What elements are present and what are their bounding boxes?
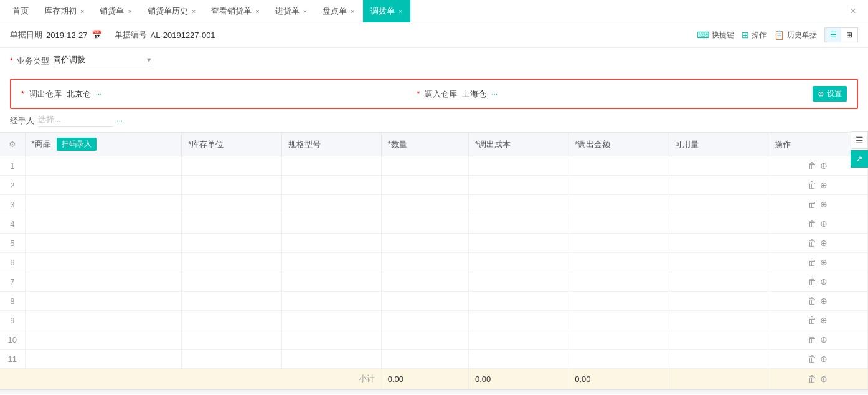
row-amount[interactable] <box>568 156 668 176</box>
subtotal-copy-icon[interactable]: ⊕ <box>820 374 828 384</box>
row-cost[interactable] <box>468 214 568 234</box>
row-amount[interactable] <box>568 234 668 253</box>
row-product[interactable] <box>25 350 182 369</box>
tab-purchase[interactable]: 进货单 × <box>268 0 315 22</box>
layout-grid-btn[interactable]: ⊞ <box>841 28 857 42</box>
row-cost[interactable] <box>468 234 568 253</box>
row-amount[interactable] <box>568 330 668 350</box>
row-amount[interactable] <box>568 253 668 272</box>
tab-transfer[interactable]: 调拨单 × <box>363 0 410 22</box>
copy-icon[interactable]: ⊕ <box>820 219 828 229</box>
setting-button[interactable]: ⚙ 设置 <box>813 86 847 102</box>
tab-transfer-close[interactable]: × <box>399 7 402 15</box>
row-cost[interactable] <box>468 330 568 350</box>
row-product[interactable] <box>25 330 182 350</box>
copy-icon[interactable]: ⊕ <box>820 296 828 306</box>
warehouse-in-more[interactable]: ··· <box>491 90 498 98</box>
tab-sales-order[interactable]: 销货单 × <box>92 0 139 22</box>
row-cost[interactable] <box>468 272 568 292</box>
row-cost[interactable] <box>468 156 568 176</box>
copy-icon[interactable]: ⊕ <box>820 315 828 325</box>
shortcuts-btn[interactable]: ⌨ 快捷键 <box>697 30 734 40</box>
row-product[interactable] <box>25 234 182 253</box>
row-product[interactable] <box>25 253 182 272</box>
row-amount[interactable] <box>568 214 668 234</box>
row-amount[interactable] <box>568 311 668 330</box>
business-type-dropdown-icon[interactable]: ▼ <box>146 56 153 64</box>
row-cost[interactable] <box>468 176 568 195</box>
delete-icon[interactable]: 🗑 <box>808 238 816 248</box>
delete-icon[interactable]: 🗑 <box>808 161 816 171</box>
row-cost[interactable] <box>468 350 568 369</box>
row-qty[interactable] <box>381 195 468 214</box>
tab-inventory-init-close[interactable]: × <box>80 7 84 15</box>
row-amount[interactable] <box>568 272 668 292</box>
settings-icon[interactable]: ⚙ <box>9 140 16 149</box>
row-cost[interactable] <box>468 292 568 311</box>
date-value[interactable]: 2019-12-27 <box>46 31 88 40</box>
tab-view-sales[interactable]: 查看销货单 × <box>204 0 267 22</box>
warehouse-out-more[interactable]: ··· <box>96 90 102 98</box>
row-cost[interactable] <box>468 311 568 330</box>
delete-icon[interactable]: 🗑 <box>808 277 816 287</box>
tab-purchase-close[interactable]: × <box>303 7 307 15</box>
warehouse-out-value[interactable]: 北京仓 <box>67 88 91 100</box>
float-export-btn[interactable]: ↗ <box>851 150 868 168</box>
tab-stocktake[interactable]: 盘点单 × <box>315 0 362 22</box>
tab-sales-history-close[interactable]: × <box>192 7 196 15</box>
row-qty[interactable] <box>381 311 468 330</box>
delete-icon[interactable]: 🗑 <box>808 354 816 364</box>
row-qty[interactable] <box>381 234 468 253</box>
row-qty[interactable] <box>381 272 468 292</box>
tab-inventory-init[interactable]: 库存期初 × <box>37 0 92 22</box>
row-cost[interactable] <box>468 253 568 272</box>
row-qty[interactable] <box>381 156 468 176</box>
scan-button[interactable]: 扫码录入 <box>57 138 97 151</box>
copy-icon[interactable]: ⊕ <box>820 161 828 171</box>
row-qty[interactable] <box>381 214 468 234</box>
row-product[interactable] <box>25 292 182 311</box>
business-type-input[interactable]: 同价调拨 ▼ <box>53 54 153 67</box>
row-amount[interactable] <box>568 176 668 195</box>
copy-icon[interactable]: ⊕ <box>820 199 828 209</box>
row-qty[interactable] <box>381 253 468 272</box>
row-product[interactable] <box>25 156 182 176</box>
tab-sales-history[interactable]: 销货单历史 × <box>140 0 204 22</box>
copy-icon[interactable]: ⊕ <box>820 180 828 190</box>
row-qty[interactable] <box>381 330 468 350</box>
row-amount[interactable] <box>568 350 668 369</box>
tab-stocktake-close[interactable]: × <box>351 7 354 15</box>
copy-icon[interactable]: ⊕ <box>820 257 828 267</box>
row-amount[interactable] <box>568 292 668 311</box>
handler-more[interactable]: ··· <box>116 117 123 125</box>
row-amount[interactable] <box>568 195 668 214</box>
tab-home[interactable]: 首页 <box>5 0 37 22</box>
delete-icon[interactable]: 🗑 <box>808 335 816 345</box>
delete-icon[interactable]: 🗑 <box>808 180 816 190</box>
row-product[interactable] <box>25 272 182 292</box>
copy-icon[interactable]: ⊕ <box>820 335 828 345</box>
calendar-icon[interactable]: 📅 <box>92 30 102 40</box>
delete-icon[interactable]: 🗑 <box>808 257 816 267</box>
row-qty[interactable] <box>381 350 468 369</box>
delete-icon[interactable]: 🗑 <box>808 296 816 306</box>
delete-icon[interactable]: 🗑 <box>808 199 816 209</box>
copy-icon[interactable]: ⊕ <box>820 354 828 364</box>
subtotal-delete-icon[interactable]: 🗑 <box>808 374 816 384</box>
tab-view-sales-close[interactable]: × <box>255 7 259 15</box>
layout-list-btn[interactable]: ☰ <box>825 28 841 42</box>
row-product[interactable] <box>25 176 182 195</box>
tab-sales-order-close[interactable]: × <box>128 7 131 15</box>
history-btn[interactable]: 📋 历史单据 <box>774 30 817 40</box>
row-cost[interactable] <box>468 195 568 214</box>
copy-icon[interactable]: ⊕ <box>820 238 828 248</box>
warehouse-in-value[interactable]: 上海仓 <box>462 88 486 100</box>
row-product[interactable] <box>25 195 182 214</box>
delete-icon[interactable]: 🗑 <box>808 219 816 229</box>
row-qty[interactable] <box>381 292 468 311</box>
delete-icon[interactable]: 🗑 <box>808 315 816 325</box>
col-settings[interactable]: ⚙ <box>0 133 25 156</box>
float-list-btn[interactable]: ☰ <box>851 131 868 149</box>
handler-input[interactable]: 选择... <box>38 114 113 127</box>
copy-icon[interactable]: ⊕ <box>820 277 828 287</box>
